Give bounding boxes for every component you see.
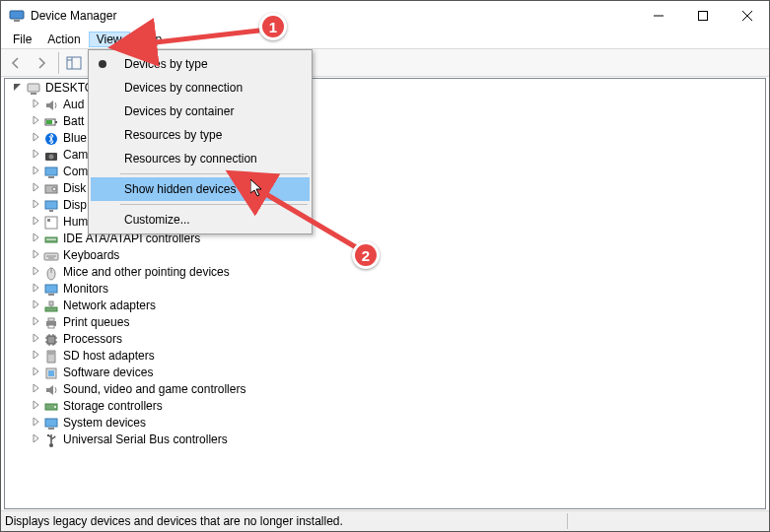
storage-icon	[43, 399, 59, 415]
tree-node[interactable]: Storage controllers	[7, 398, 763, 415]
display-icon	[43, 198, 59, 214]
expand-icon[interactable]	[29, 147, 41, 164]
toolbar-separator	[58, 52, 59, 74]
tree-node[interactable]: SD host adapters	[7, 348, 763, 365]
network-icon	[43, 299, 59, 314]
minimize-button[interactable]	[636, 2, 680, 31]
svg-rect-14	[55, 121, 57, 123]
keyboard-icon	[43, 248, 59, 264]
tree-node[interactable]: Sound, video and game controllers	[7, 381, 763, 398]
expand-icon[interactable]	[29, 348, 41, 365]
menu-item-label: Resources by type	[124, 128, 222, 142]
menu-view[interactable]: View	[89, 32, 130, 47]
svg-rect-1	[14, 20, 20, 22]
computer-icon	[26, 81, 41, 97]
tree-node-label: Processors	[63, 331, 122, 348]
expand-icon[interactable]	[29, 113, 41, 130]
expand-icon[interactable]	[29, 398, 41, 415]
menu-item-label: Show hidden devices	[124, 182, 236, 196]
annotation-badge-2: 2	[352, 241, 380, 269]
usb-icon	[43, 432, 59, 448]
menu-resources-by-connection[interactable]: Resources by connection	[91, 147, 310, 170]
expand-icon[interactable]	[29, 281, 41, 298]
tree-node-label: Software devices	[63, 365, 153, 381]
menu-customize[interactable]: Customize...	[91, 208, 310, 232]
tree-node-label: Network adapters	[63, 298, 156, 314]
tree-node[interactable]: Keyboards	[7, 247, 763, 264]
close-button[interactable]	[725, 2, 769, 31]
tree-node-label: Storage controllers	[63, 398, 163, 415]
collapse-icon[interactable]	[11, 80, 24, 97]
expand-icon[interactable]	[29, 365, 41, 381]
menu-item-label: Devices by type	[124, 57, 208, 71]
expand-icon[interactable]	[29, 130, 41, 147]
bluetooth-icon	[43, 131, 59, 147]
expand-icon[interactable]	[29, 214, 41, 231]
printer-icon	[43, 315, 59, 331]
tree-node-label: Sound, video and game controllers	[63, 381, 245, 398]
svg-point-60	[49, 443, 53, 447]
maximize-button[interactable]	[680, 2, 725, 31]
menu-show-hidden-devices[interactable]: Show hidden devices	[91, 177, 310, 201]
menu-file[interactable]: File	[5, 32, 39, 47]
tree-node[interactable]: Software devices	[7, 365, 763, 381]
system-icon	[43, 416, 59, 432]
annotation-badge-1: 1	[259, 13, 287, 40]
tree-node-label: Monitors	[63, 281, 108, 298]
menu-action[interactable]: Action	[39, 32, 88, 47]
status-bar: Displays legacy devices and devices that…	[1, 510, 769, 531]
expand-icon[interactable]	[29, 197, 41, 214]
svg-rect-37	[49, 301, 53, 305]
menu-help[interactable]: Help	[130, 32, 171, 47]
svg-rect-20	[48, 176, 54, 178]
battery-icon	[43, 114, 59, 130]
menu-devices-by-type[interactable]: Devices by type	[91, 52, 310, 76]
svg-rect-36	[45, 307, 57, 311]
expand-icon[interactable]	[29, 231, 41, 247]
show-hide-tree-button[interactable]	[62, 51, 86, 75]
expand-icon[interactable]	[29, 331, 41, 348]
menu-devices-by-connection[interactable]: Devices by connection	[91, 76, 310, 100]
expand-icon[interactable]	[29, 180, 41, 197]
expand-icon[interactable]	[29, 298, 41, 314]
expand-icon[interactable]	[29, 164, 41, 180]
titlebar: Device Manager	[1, 1, 769, 31]
svg-rect-40	[48, 318, 54, 321]
svg-rect-34	[45, 285, 57, 293]
tree-node[interactable]: Processors	[7, 331, 763, 348]
tree-node-label: Print queues	[63, 314, 129, 331]
expand-icon[interactable]	[29, 432, 41, 448]
tree-node[interactable]: Universal Serial Bus controllers	[7, 432, 763, 448]
expand-icon[interactable]	[29, 415, 41, 432]
nav-back-button[interactable]	[4, 51, 28, 75]
svg-rect-24	[49, 210, 53, 212]
tree-node[interactable]: Network adapters	[7, 298, 763, 314]
tree-node[interactable]: System devices	[7, 415, 763, 432]
svg-rect-15	[46, 120, 52, 124]
menu-resources-by-type[interactable]: Resources by type	[91, 123, 310, 147]
tree-node[interactable]: Print queues	[7, 314, 763, 331]
expand-icon[interactable]	[29, 247, 41, 264]
status-text: Displays legacy devices and devices that…	[5, 514, 343, 528]
tree-node-label: SD host adapters	[63, 348, 155, 365]
tree-node-label: Com	[63, 164, 88, 180]
tree-node[interactable]: Mice and other pointing devices	[7, 264, 763, 281]
svg-point-18	[49, 154, 54, 159]
tree-root-label: DESKTO	[45, 80, 94, 97]
expand-icon[interactable]	[29, 97, 41, 113]
window-controls	[636, 2, 769, 31]
menubar: File Action View Help	[1, 31, 769, 49]
menu-devices-by-container[interactable]: Devices by container	[91, 100, 310, 123]
expand-icon[interactable]	[29, 264, 41, 281]
expand-icon[interactable]	[29, 381, 41, 398]
nav-forward-button[interactable]	[30, 51, 53, 75]
expand-icon[interactable]	[29, 314, 41, 331]
app-icon	[9, 8, 25, 24]
svg-rect-23	[45, 201, 57, 209]
camera-icon	[43, 148, 59, 164]
svg-rect-12	[31, 93, 36, 95]
sound-icon	[43, 382, 59, 398]
svg-rect-0	[10, 11, 24, 19]
tree-node-label: Disk	[63, 180, 86, 197]
tree-node[interactable]: Monitors	[7, 281, 763, 298]
